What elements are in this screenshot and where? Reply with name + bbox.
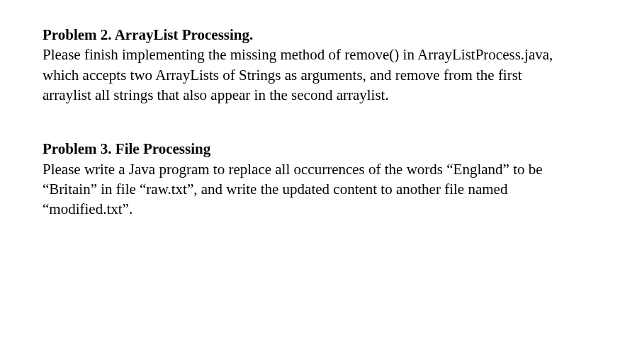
problem-2: Problem 2. ArrayList Processing. Please …	[43, 25, 567, 105]
problem-2-title: Problem 2. ArrayList Processing.	[43, 26, 253, 43]
problem-3-body: Please write a Java program to replace a…	[43, 159, 567, 220]
problem-3-title: Problem 3. File Processing	[43, 140, 210, 157]
problem-2-body: Please finish implementing the missing m…	[43, 45, 567, 105]
problem-3: Problem 3. File Processing Please write …	[43, 139, 567, 219]
